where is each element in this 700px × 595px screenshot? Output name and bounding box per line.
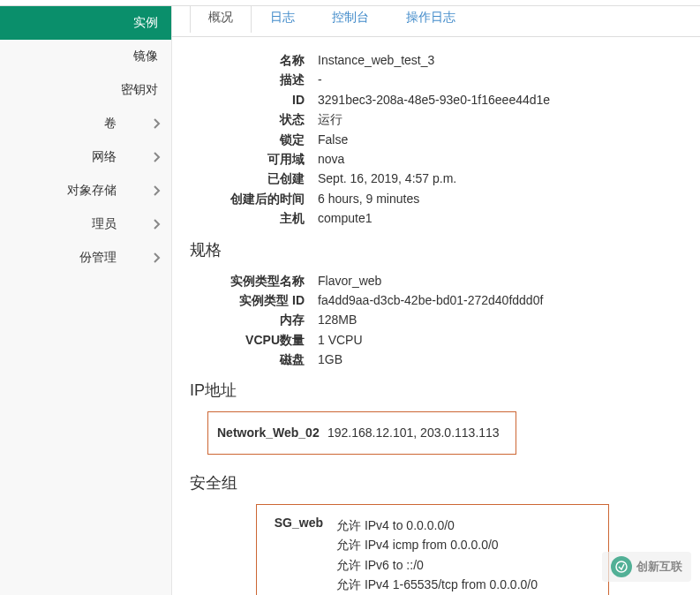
value-desc: - (318, 70, 322, 89)
value-name: Instance_web_test_3 (318, 50, 434, 70)
secgroup-rule: 允许 IPv4 1-65535/tcp from 0.0.0.0/0 (336, 575, 599, 594)
section-title-ip: IP地址 (190, 380, 682, 401)
secgroup-rules: 允许 IPv4 to 0.0.0.0/0 允许 IPv4 icmp from 0… (336, 516, 599, 595)
label-flavorid: 实例类型 ID (190, 290, 318, 310)
label-network: Network_Web_02 (217, 423, 327, 442)
main-content: 概况 日志 控制台 操作日志 名称 Instance_web_test_3 描述… (172, 6, 700, 595)
secgroup-rule: 允许 IPv6 to ::/0 (336, 555, 599, 575)
value-network: 192.168.12.101, 203.0.113.113 (327, 423, 500, 442)
sidebar-item-object-storage[interactable]: 对象存储 (0, 174, 171, 207)
section-title-secgroup: 安全组 (190, 472, 682, 493)
label-disk: 磁盘 (190, 350, 318, 369)
watermark: 创新互联 (602, 552, 691, 582)
sidebar-item-images[interactable]: 镜像 (0, 40, 171, 73)
value-created: Sept. 16, 2019, 4:57 p.m. (318, 169, 456, 188)
sidebar-item-label: 理员 (13, 216, 130, 232)
sidebar-item-admin[interactable]: 理员 (0, 207, 171, 241)
value-disk: 1GB (318, 350, 342, 369)
label-secgroup: SG_web (266, 516, 336, 595)
label-vcpu: VCPU数量 (190, 330, 318, 350)
tab-console[interactable]: 控制台 (313, 6, 388, 33)
secgroup-rule: 允许 IPv4 icmp from 0.0.0.0/0 (336, 535, 599, 554)
tab-overview[interactable]: 概况 (190, 6, 252, 33)
secgroup-details: SG_web 允许 IPv4 to 0.0.0.0/0 允许 IPv4 icmp… (256, 504, 609, 595)
sidebar-item-instances[interactable]: 实例 (0, 6, 171, 40)
watermark-logo-icon (611, 556, 632, 577)
label-created: 已创建 (190, 169, 318, 188)
sidebar-item-identity[interactable]: 份管理 (0, 241, 171, 275)
tab-log[interactable]: 日志 (252, 6, 313, 33)
secgroup-rule: 允许 IPv4 to 0.0.0.0/0 (336, 516, 599, 535)
spec-details: 实例类型名称 Flavor_web 实例类型 ID fa4dd9aa-d3cb-… (190, 271, 682, 370)
chevron-right-icon (147, 252, 167, 263)
value-vcpu: 1 VCPU (318, 330, 363, 350)
label-host: 主机 (190, 208, 318, 228)
value-status: 运行 (318, 109, 342, 129)
sidebar-item-label: 镜像 (133, 49, 158, 63)
chevron-right-icon (147, 185, 167, 196)
value-az: nova (318, 149, 344, 169)
sidebar-item-volumes[interactable]: 卷 (0, 107, 171, 140)
value-flavor: Flavor_web (318, 271, 381, 290)
tabs: 概况 日志 控制台 操作日志 (172, 6, 700, 37)
sidebar-item-label: 对象存储 (13, 183, 130, 199)
sidebar-item-label: 网络 (13, 149, 130, 165)
value-flavorid: fa4dd9aa-d3cb-42be-bd01-272d40fddd0f (318, 290, 543, 310)
label-az: 可用域 (190, 149, 318, 169)
label-status: 状态 (190, 109, 318, 129)
label-name: 名称 (190, 50, 318, 70)
label-ram: 内存 (190, 310, 318, 329)
label-desc: 描述 (190, 70, 318, 89)
value-uptime: 6 hours, 9 minutes (318, 189, 419, 208)
sidebar-item-label: 实例 (133, 15, 158, 29)
section-title-spec: 规格 (190, 239, 682, 260)
sidebar-item-network[interactable]: 网络 (0, 140, 171, 174)
value-host: compute1 (318, 208, 372, 228)
overview-details: 名称 Instance_web_test_3 描述 - ID 3291bec3-… (190, 50, 682, 229)
chevron-right-icon (147, 152, 167, 162)
svg-point-0 (616, 561, 627, 572)
sidebar-item-keypairs[interactable]: 密钥对 (0, 73, 171, 107)
sidebar-item-label: 卷 (13, 116, 130, 132)
value-locked: False (318, 130, 348, 149)
tab-action-log[interactable]: 操作日志 (388, 6, 474, 33)
watermark-text: 创新互联 (636, 559, 682, 575)
label-uptime: 创建后的时间 (190, 189, 318, 208)
sidebar: 实例 镜像 密钥对 卷 网络 对象存储 理员 (0, 6, 172, 595)
sidebar-item-label: 份管理 (13, 250, 130, 266)
value-id: 3291bec3-208a-48e5-93e0-1f16eee44d1e (318, 90, 550, 109)
chevron-right-icon (147, 118, 167, 129)
sidebar-item-label: 密钥对 (121, 82, 158, 96)
label-id: ID (190, 90, 318, 109)
value-ram: 128MB (318, 310, 357, 329)
chevron-right-icon (147, 219, 167, 230)
label-flavor: 实例类型名称 (190, 271, 318, 290)
label-locked: 锁定 (190, 130, 318, 149)
ip-details: Network_Web_02 192.168.12.101, 203.0.113… (207, 411, 516, 454)
